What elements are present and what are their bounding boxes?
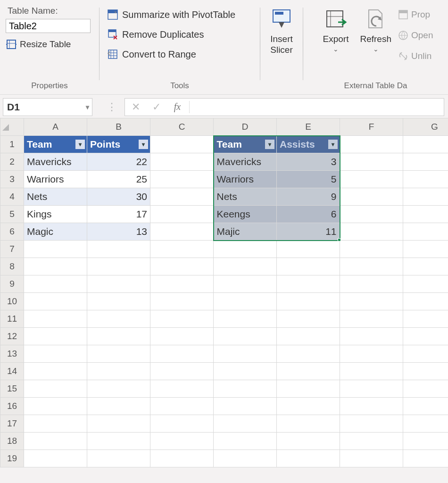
cell-E19[interactable]: [277, 450, 340, 467]
cell-G11[interactable]: [403, 310, 448, 328]
cell-G8[interactable]: [403, 258, 448, 275]
cell-A11[interactable]: [24, 310, 87, 328]
remove-duplicates-button[interactable]: Remove Duplicates: [105, 25, 206, 44]
cell-B19[interactable]: [87, 450, 150, 467]
cell-A1[interactable]: Team: [24, 136, 87, 153]
cell-G12[interactable]: [403, 328, 448, 345]
cell-C9[interactable]: [150, 275, 214, 293]
cell-F12[interactable]: [340, 328, 403, 345]
cell-E18[interactable]: [277, 433, 340, 450]
cell-A12[interactable]: [24, 328, 87, 345]
cell-E16[interactable]: [277, 398, 340, 415]
cell-G10[interactable]: [403, 293, 448, 310]
cell-E14[interactable]: [277, 363, 340, 380]
row-header-1[interactable]: 1: [0, 136, 24, 153]
col-header-A[interactable]: A: [24, 118, 87, 136]
cell-B6[interactable]: 13: [87, 223, 150, 241]
cell-D10[interactable]: [214, 293, 277, 310]
row-header-9[interactable]: 9: [0, 275, 24, 293]
cell-C1[interactable]: [150, 136, 214, 153]
cell-F5[interactable]: [340, 206, 403, 223]
cell-E13[interactable]: [277, 345, 340, 363]
cell-D16[interactable]: [214, 398, 277, 415]
cell-C16[interactable]: [150, 398, 214, 415]
cell-B7[interactable]: [87, 241, 150, 258]
cell-E3[interactable]: 5: [277, 171, 340, 188]
cell-D15[interactable]: [214, 380, 277, 398]
row-header-15[interactable]: 15: [0, 380, 24, 398]
cell-C17[interactable]: [150, 415, 214, 433]
row-header-13[interactable]: 13: [0, 345, 24, 363]
open-in-browser-button[interactable]: Open: [398, 25, 433, 45]
cell-F6[interactable]: [340, 223, 403, 241]
cell-G19[interactable]: [403, 450, 448, 467]
cell-E9[interactable]: [277, 275, 340, 293]
row-header-14[interactable]: 14: [0, 363, 24, 380]
filter-dropdown-icon[interactable]: [328, 140, 338, 149]
cell-A16[interactable]: [24, 398, 87, 415]
cell-A7[interactable]: [24, 241, 87, 258]
cell-C6[interactable]: [150, 223, 214, 241]
cell-C7[interactable]: [150, 241, 214, 258]
cell-G7[interactable]: [403, 241, 448, 258]
cell-E8[interactable]: [277, 258, 340, 275]
cell-F10[interactable]: [340, 293, 403, 310]
cell-D4[interactable]: Nets: [214, 188, 277, 206]
table1-header-team[interactable]: Team: [24, 136, 87, 153]
cell-A9[interactable]: [24, 275, 87, 293]
row-header-10[interactable]: 10: [0, 293, 24, 310]
row-header-5[interactable]: 5: [0, 206, 24, 223]
cell-D7[interactable]: [214, 241, 277, 258]
filter-dropdown-icon[interactable]: [265, 140, 274, 149]
cell-B1[interactable]: Points: [87, 136, 150, 153]
cell-C13[interactable]: [150, 345, 214, 363]
cell-A15[interactable]: [24, 380, 87, 398]
cell-F8[interactable]: [340, 258, 403, 275]
selection-handle[interactable]: [338, 238, 341, 242]
cell-A4[interactable]: Nets: [24, 188, 87, 206]
cell-G1[interactable]: [403, 136, 448, 153]
summarize-pivot-button[interactable]: Summarize with PivotTable: [105, 5, 237, 25]
cell-B4[interactable]: 30: [87, 188, 150, 206]
row-header-16[interactable]: 16: [0, 398, 24, 415]
cell-A13[interactable]: [24, 345, 87, 363]
cell-A18[interactable]: [24, 433, 87, 450]
cell-D3[interactable]: Warriors: [214, 171, 277, 188]
formula-expand-icon[interactable]: ⋮: [103, 98, 121, 116]
fx-button[interactable]: fx: [168, 98, 186, 116]
row-header-12[interactable]: 12: [0, 328, 24, 345]
row-header-7[interactable]: 7: [0, 241, 24, 258]
cell-A17[interactable]: [24, 415, 87, 433]
resize-table-button[interactable]: Resize Table: [6, 39, 71, 50]
accept-formula-button[interactable]: ✓: [148, 98, 166, 116]
cell-C11[interactable]: [150, 310, 214, 328]
cell-F15[interactable]: [340, 380, 403, 398]
select-all-corner[interactable]: [0, 118, 24, 136]
table2-header-assists[interactable]: Assists: [277, 136, 340, 153]
cell-D2[interactable]: Mavericks: [214, 153, 277, 171]
cell-B15[interactable]: [87, 380, 150, 398]
cell-F17[interactable]: [340, 415, 403, 433]
cell-C12[interactable]: [150, 328, 214, 345]
cancel-formula-button[interactable]: ✕: [127, 98, 145, 116]
cell-G17[interactable]: [403, 415, 448, 433]
cell-E12[interactable]: [277, 328, 340, 345]
cell-C18[interactable]: [150, 433, 214, 450]
cell-E10[interactable]: [277, 293, 340, 310]
cell-D6[interactable]: Majic: [214, 223, 277, 241]
row-header-3[interactable]: 3: [0, 171, 24, 188]
cell-G9[interactable]: [403, 275, 448, 293]
cell-G3[interactable]: [403, 171, 448, 188]
cell-D9[interactable]: [214, 275, 277, 293]
cell-F14[interactable]: [340, 363, 403, 380]
cell-D5[interactable]: Keengs: [214, 206, 277, 223]
row-header-11[interactable]: 11: [0, 310, 24, 328]
cell-D8[interactable]: [214, 258, 277, 275]
row-header-17[interactable]: 17: [0, 415, 24, 433]
cell-C2[interactable]: [150, 153, 214, 171]
cell-B3[interactable]: 25: [87, 171, 150, 188]
cell-D12[interactable]: [214, 328, 277, 345]
filter-dropdown-icon[interactable]: [75, 140, 85, 149]
col-header-G[interactable]: G: [403, 118, 448, 136]
cell-F18[interactable]: [340, 433, 403, 450]
